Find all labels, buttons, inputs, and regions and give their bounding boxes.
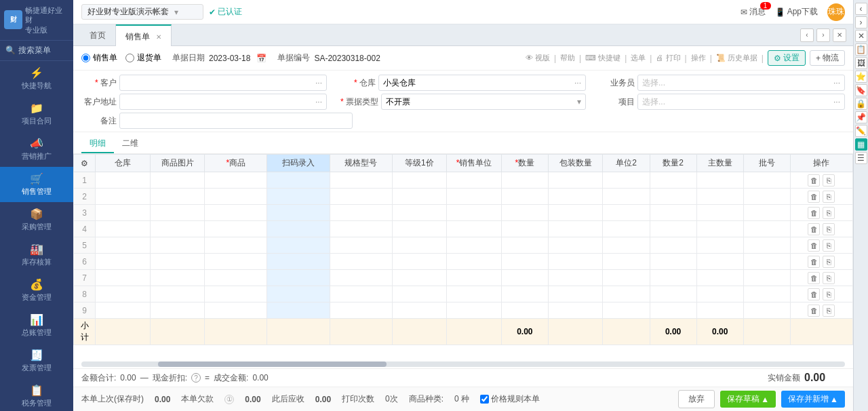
row-unit2[interactable]	[603, 254, 650, 270]
row-batch[interactable]	[743, 254, 790, 270]
type-sale-radio[interactable]: 销售单	[81, 52, 117, 64]
row-image[interactable]	[150, 172, 205, 189]
row-unit2[interactable]	[603, 205, 650, 221]
row-pack-qty[interactable]	[548, 254, 603, 270]
row-qty2[interactable]	[650, 172, 696, 189]
row-qty2[interactable]	[650, 270, 696, 286]
row-spec[interactable]	[330, 254, 392, 270]
row-batch[interactable]	[743, 286, 790, 302]
row-unit[interactable]	[447, 237, 502, 254]
row-price1[interactable]	[392, 302, 447, 319]
row-qty[interactable]	[501, 270, 548, 286]
row-batch[interactable]	[743, 221, 790, 237]
row-copy-button[interactable]: ⎘	[823, 223, 835, 235]
sidebar-item-tax[interactable]: 📋 税务管理	[0, 378, 73, 411]
add-logistics-button[interactable]: + 物流	[810, 50, 845, 66]
row-pack-qty[interactable]	[548, 302, 603, 319]
panel-edit-button[interactable]: ✏️	[855, 125, 867, 137]
sidebar-item-purchase[interactable]: 📦 采购管理	[0, 202, 73, 237]
panel-copy-button[interactable]: 📋	[855, 43, 867, 56]
horizontal-scrollbar[interactable]	[81, 361, 845, 367]
sidebar-search[interactable]: 🔍 搜索菜单	[0, 41, 73, 61]
tab-home[interactable]: 首页	[80, 24, 116, 46]
save-new-button[interactable]: 保存并新增 ▲	[781, 391, 845, 408]
message-button[interactable]: ✉ 消息 1	[741, 6, 766, 18]
row-pack-qty[interactable]	[548, 189, 603, 205]
row-warehouse[interactable]	[96, 221, 151, 237]
project-dots[interactable]: ···	[833, 97, 840, 106]
scrollbar-thumb[interactable]	[158, 361, 387, 367]
tab-prev-button[interactable]: ‹	[800, 28, 814, 42]
row-qty[interactable]	[501, 237, 548, 254]
price-rule-checkbox[interactable]	[480, 395, 489, 404]
panel-lock-button[interactable]: 🔒	[855, 98, 867, 110]
row-batch-import[interactable]	[267, 189, 330, 205]
panel-grid-button[interactable]: ▦	[855, 138, 867, 151]
row-unit2[interactable]	[603, 172, 650, 189]
row-copy-button[interactable]: ⎘	[823, 174, 835, 187]
row-qty[interactable]	[501, 286, 548, 302]
row-main-qty[interactable]	[696, 237, 743, 254]
row-warehouse[interactable]	[96, 237, 151, 254]
row-warehouse[interactable]	[96, 270, 151, 286]
panel-pin-button[interactable]: 📌	[855, 111, 867, 123]
row-unit[interactable]	[447, 221, 502, 237]
row-image[interactable]	[150, 237, 205, 254]
row-image[interactable]	[150, 286, 205, 302]
tab-detail[interactable]: 明细	[81, 135, 114, 153]
row-spec[interactable]	[330, 205, 392, 221]
row-price1[interactable]	[392, 270, 447, 286]
row-spec[interactable]	[330, 270, 392, 286]
row-product[interactable]	[205, 302, 267, 319]
row-pack-qty[interactable]	[548, 270, 603, 286]
tab-close-all-button[interactable]: ✕	[833, 28, 846, 42]
row-image[interactable]	[150, 270, 205, 286]
sidebar-item-capital[interactable]: 💰 资金管理	[0, 273, 73, 308]
settings-button[interactable]: ⚙ 设置	[768, 50, 806, 66]
panel-bookmark-button[interactable]: 🔖	[855, 84, 867, 96]
shortcut-btn[interactable]: ⌨ 快捷键	[585, 53, 620, 63]
row-delete-button[interactable]: 🗑	[808, 223, 820, 235]
row-image[interactable]	[150, 189, 205, 205]
row-unit[interactable]	[447, 270, 502, 286]
row-batch-import[interactable]	[267, 237, 330, 254]
row-image[interactable]	[150, 205, 205, 221]
row-batch[interactable]	[743, 237, 790, 254]
print-btn[interactable]: 🖨 打印	[656, 53, 680, 63]
sale-radio-input[interactable]	[81, 54, 90, 62]
notes-input[interactable]	[119, 113, 353, 129]
row-batch[interactable]	[743, 302, 790, 319]
row-qty2[interactable]	[650, 254, 696, 270]
row-image[interactable]	[150, 254, 205, 270]
panel-list-button[interactable]: ☰	[855, 152, 867, 164]
panel-image-button[interactable]: 🖼	[855, 57, 867, 69]
price-rule-checkbox-label[interactable]: 价格规则本单	[480, 393, 540, 405]
row-batch-import[interactable]	[267, 172, 330, 189]
row-warehouse[interactable]	[96, 189, 151, 205]
row-price1[interactable]	[392, 172, 447, 189]
row-price1[interactable]	[392, 286, 447, 302]
row-qty[interactable]	[501, 205, 548, 221]
abandon-button[interactable]: 放弃	[678, 390, 715, 408]
row-delete-button[interactable]: 🗑	[808, 239, 820, 252]
row-main-qty[interactable]	[696, 221, 743, 237]
row-product[interactable]	[205, 254, 267, 270]
row-product[interactable]	[205, 270, 267, 286]
row-qty2[interactable]	[650, 237, 696, 254]
row-spec[interactable]	[330, 189, 392, 205]
row-batch[interactable]	[743, 189, 790, 205]
row-price1[interactable]	[392, 221, 447, 237]
row-product[interactable]	[205, 172, 267, 189]
row-product[interactable]	[205, 205, 267, 221]
row-qty2[interactable]	[650, 286, 696, 302]
row-unit[interactable]	[447, 205, 502, 221]
row-delete-button[interactable]: 🗑	[808, 174, 820, 187]
row-qty[interactable]	[501, 189, 548, 205]
customer-input[interactable]: ···	[119, 75, 327, 91]
row-copy-button[interactable]: ⎘	[823, 239, 835, 252]
history-btn[interactable]: 📜 历史单据	[716, 53, 757, 63]
salesperson-dots[interactable]: ···	[833, 78, 840, 87]
row-main-qty[interactable]	[696, 205, 743, 221]
customer-dots[interactable]: ···	[315, 78, 322, 87]
row-unit[interactable]	[447, 302, 502, 319]
